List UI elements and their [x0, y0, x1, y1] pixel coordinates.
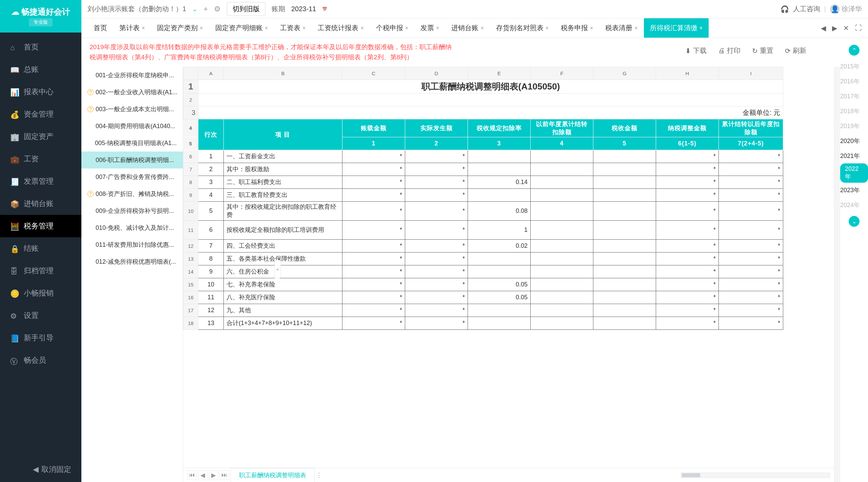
close-icon[interactable]: ×: [142, 25, 145, 31]
tab[interactable]: 固定资产明细账×: [209, 18, 274, 38]
collapse-button[interactable]: «: [275, 260, 281, 278]
close-icon[interactable]: ×: [436, 25, 439, 31]
download-button[interactable]: ⬇ 下载: [685, 46, 707, 55]
chevron-down-icon[interactable]: ⌄: [192, 5, 197, 13]
year-item[interactable]: 2019年: [840, 119, 868, 134]
sheet-item[interactable]: 011-研发费用加计扣除优惠...: [81, 236, 183, 253]
sheet-item[interactable]: 005-纳税调整项目明细表(A1...: [81, 135, 183, 152]
nav-item[interactable]: Ⓥ畅会员: [0, 349, 81, 371]
nav-item[interactable]: 💰资金管理: [0, 103, 81, 125]
fullscreen-icon[interactable]: ⛶: [855, 24, 862, 32]
close-icon[interactable]: ×: [265, 25, 268, 31]
nav-item[interactable]: 📊报表中心: [0, 81, 81, 103]
sheet-next-icon[interactable]: ▶: [209, 470, 218, 480]
tab[interactable]: 发票×: [414, 18, 445, 38]
nav-item[interactable]: 🧾发票管理: [0, 170, 81, 193]
tab-label: 固定资产类别: [157, 23, 198, 33]
nav-item[interactable]: 📖总账: [0, 58, 81, 81]
tab[interactable]: 首页: [87, 18, 113, 38]
sheet-item[interactable]: 009-企业所得税弥补亏损明...: [81, 202, 183, 219]
year-item[interactable]: 2023年: [840, 183, 868, 198]
nav-item[interactable]: 🪙小畅报销: [0, 282, 81, 304]
tab-close-all-icon[interactable]: ✕: [843, 24, 849, 32]
spreadsheet[interactable]: ABCDEFGHI1职工薪酬纳税调整明细表(A105050)23金额单位: 元4…: [183, 67, 834, 330]
account-select[interactable]: 刘小艳演示账套（勿删勿动！）1: [87, 4, 186, 14]
sheet-item[interactable]: 001-企业所得税年度纳税申...: [81, 67, 183, 84]
refresh-button[interactable]: ⟳ 刷新: [785, 46, 806, 55]
sheet-item[interactable]: ?002-一般企业收入明细表(A1...: [81, 84, 183, 101]
close-icon[interactable]: ×: [200, 25, 203, 31]
sheet-item[interactable]: 007-广告费和业务宣传费跨...: [81, 168, 183, 185]
nav-item[interactable]: 🗄归档管理: [0, 260, 81, 282]
nav-item[interactable]: 📦进销台账: [0, 193, 81, 215]
period-value[interactable]: 2023-11: [291, 5, 316, 13]
sheet-prev-icon[interactable]: ◀: [198, 470, 208, 480]
close-icon[interactable]: ×: [699, 25, 703, 31]
nav-label: 资金管理: [24, 109, 54, 119]
scroll-up-icon[interactable]: ⌃: [849, 45, 860, 56]
year-item[interactable]: 2022年: [840, 163, 868, 183]
close-icon[interactable]: ×: [480, 25, 484, 31]
tab[interactable]: 税务申报×: [555, 18, 599, 38]
tab[interactable]: 固定资产类别×: [151, 18, 209, 38]
user-menu[interactable]: 👤 徐泽华: [830, 4, 862, 14]
tab[interactable]: 个税申报×: [370, 18, 414, 38]
print-button[interactable]: 🖨 打印: [718, 46, 741, 55]
close-icon[interactable]: ×: [405, 25, 408, 31]
active-sheet-tab[interactable]: 职工薪酬纳税调整明细表: [231, 468, 315, 482]
tab[interactable]: 所得税汇算清缴×: [644, 18, 709, 38]
tab[interactable]: 进销台账×: [445, 18, 490, 38]
sheet-first-icon[interactable]: ⏮: [187, 470, 197, 480]
gear-icon[interactable]: ⚙: [214, 5, 221, 14]
sheet-item[interactable]: 010-免税、减计收入及加计...: [81, 219, 183, 236]
nav-icon: ⚙: [10, 312, 18, 319]
year-item[interactable]: 2020年: [840, 134, 868, 148]
tab-label: 工资表: [280, 23, 300, 33]
scroll-down-icon[interactable]: ⌄: [849, 216, 860, 227]
sheet-label: 004-期间费用明细表(A1040...: [96, 122, 175, 130]
tab[interactable]: 税表清册×: [599, 18, 644, 38]
year-item[interactable]: 2016年: [840, 74, 868, 89]
nav-item[interactable]: 🧮税务管理: [0, 215, 81, 237]
nav-item[interactable]: 🏢固定资产: [0, 125, 81, 148]
switch-old-button[interactable]: 切到旧版: [227, 2, 265, 16]
h-scrollbar[interactable]: [681, 473, 830, 478]
nav-item[interactable]: 🔒结账: [0, 237, 81, 260]
nav-item[interactable]: 📘新手引导: [0, 327, 81, 349]
tab[interactable]: 第计表×: [113, 18, 151, 38]
v-scrollbar[interactable]: [834, 67, 840, 482]
tab-label: 首页: [94, 23, 107, 33]
unpin-button[interactable]: ◀ 取消固定: [0, 457, 81, 482]
tab[interactable]: 工资统计报表×: [312, 18, 370, 38]
sheet-item[interactable]: ?008-资产折旧、摊销及纳税...: [81, 185, 183, 202]
sheet-item[interactable]: 006-职工薪酬纳税调整明细...: [81, 152, 183, 168]
tab[interactable]: 工资表×: [274, 18, 312, 38]
tab-prev-icon[interactable]: ◀: [821, 24, 826, 32]
reset-button[interactable]: ↻ 重置: [752, 46, 773, 55]
sheet-last-icon[interactable]: ⏭: [220, 470, 229, 480]
close-icon[interactable]: ×: [546, 25, 549, 31]
nav-item[interactable]: ⚙设置: [0, 304, 81, 327]
close-icon[interactable]: ×: [360, 25, 363, 31]
year-item[interactable]: 2021年: [840, 148, 868, 163]
year-item[interactable]: 2018年: [840, 104, 868, 119]
plus-icon[interactable]: +: [203, 5, 208, 14]
tab-label: 发票: [420, 23, 434, 33]
nav-label: 总账: [24, 64, 39, 75]
nav-item[interactable]: 💼工资: [0, 148, 81, 170]
year-item[interactable]: 2015年: [840, 59, 868, 74]
support-link[interactable]: 人工咨询: [793, 4, 820, 14]
close-icon[interactable]: ×: [302, 25, 305, 31]
nav-item[interactable]: ⌂首页: [0, 36, 81, 58]
year-item[interactable]: 2024年: [840, 198, 868, 213]
sheet-item[interactable]: ?003-一般企业成本支出明细...: [81, 101, 183, 118]
tab[interactable]: 存货别名对照表×: [490, 18, 555, 38]
tab-next-icon[interactable]: ▶: [832, 24, 837, 32]
sheet-item[interactable]: 012-减免所得税优惠明细表(...: [81, 253, 183, 270]
close-icon[interactable]: ×: [590, 25, 593, 31]
close-icon[interactable]: ×: [634, 25, 637, 31]
nav-label: 新手引导: [24, 333, 54, 343]
year-item[interactable]: 2017年: [840, 89, 868, 104]
sheet-item[interactable]: 004-期间费用明细表(A1040...: [81, 118, 183, 135]
calendar-icon[interactable]: 📅: [322, 7, 327, 12]
